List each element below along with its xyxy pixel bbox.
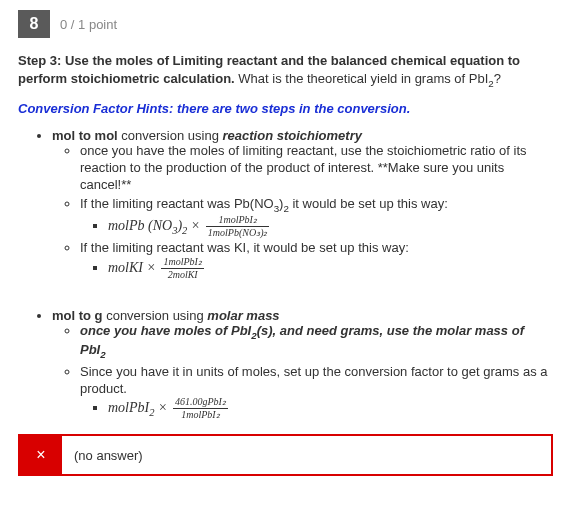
hints-list: mol to mol conversion using reaction sto…	[18, 128, 553, 280]
f1-den: 1molPb(NO₃)₂	[206, 227, 270, 238]
b1s2-formula-list: molPb (NO3)2 × 1molPbI₂1molPb(NO₃)₂	[80, 215, 553, 238]
bullet-mol-to-g: mol to g conversion using molar mass onc…	[52, 308, 553, 420]
formula-2: molKI × 1molPbI₂2molKI	[108, 257, 553, 280]
stem-rest: What is the theoretical yield in grams o…	[235, 71, 489, 86]
f1-lead: molPb (NO	[108, 218, 172, 233]
b2-sublist: once you have moles of PbI2(s), and need…	[52, 323, 553, 420]
b1s3: If the limiting reactant was KI, it woul…	[80, 240, 553, 280]
stem-tail: ?	[494, 71, 501, 86]
formula-1: molPb (NO3)2 × 1molPbI₂1molPb(NO₃)₂	[108, 215, 553, 238]
f3-times: ×	[154, 400, 170, 415]
b1-ital: reaction stoichiometry	[223, 128, 362, 143]
answer-text: (no answer)	[62, 436, 143, 474]
formula1-text: molPb (NO3)2 × 1molPbI₂1molPb(NO₃)₂	[108, 218, 271, 233]
b2s1-sub2: 2	[100, 349, 105, 360]
b2s1-a: once you have moles of PbI	[80, 323, 251, 338]
b1s2-c: it would be set up this way:	[289, 196, 448, 211]
b1-rest: conversion using	[118, 128, 223, 143]
question-number: 8	[18, 10, 50, 38]
bullet-mol-to-mol: mol to mol conversion using reaction sto…	[52, 128, 553, 280]
question-container: 8 0 / 1 point Step 3: Use the moles of L…	[0, 0, 571, 494]
formula2-text: molKI × 1molPbI₂2molKI	[108, 260, 206, 275]
b1s1: once you have the moles of limiting reac…	[80, 143, 553, 194]
b2s2-text: Since you have it in units of moles, set…	[80, 364, 548, 396]
answer-box: × (no answer)	[18, 434, 553, 476]
b2-ital: molar mass	[207, 308, 279, 323]
b1s2-a: If the limiting reactant was Pb(NO	[80, 196, 274, 211]
b2s2: Since you have it in units of moles, set…	[80, 364, 553, 421]
question-stem: Step 3: Use the moles of Limiting reacta…	[18, 52, 553, 89]
f1-times: ×	[187, 218, 203, 233]
f2-lead: molKI ×	[108, 260, 159, 275]
f3-den: 1molPbI₂	[173, 409, 228, 420]
formula3-text: molPbI2 × 461.00gPbI₂1molPbI₂	[108, 400, 230, 415]
b2-rest: conversion using	[103, 308, 208, 323]
f2-frac: 1molPbI₂2molKI	[161, 257, 203, 280]
b2s2-formula-list: molPbI2 × 461.00gPbI₂1molPbI₂	[80, 397, 553, 420]
points-earned: 0 / 1 point	[60, 17, 117, 32]
f1-frac: 1molPbI₂1molPb(NO₃)₂	[206, 215, 270, 238]
incorrect-icon: ×	[20, 436, 62, 474]
f3-lead: molPbI	[108, 400, 149, 415]
b2-lead: mol to g	[52, 308, 103, 323]
question-header: 8 0 / 1 point	[18, 10, 553, 38]
f2-num: 1molPbI₂	[161, 257, 203, 269]
b1-lead: mol to mol	[52, 128, 118, 143]
b1s3-formula-list: molKI × 1molPbI₂2molKI	[80, 257, 553, 280]
f3-frac: 461.00gPbI₂1molPbI₂	[173, 397, 228, 420]
hints-list-2: mol to g conversion using molar mass onc…	[18, 308, 553, 420]
b1s3-text: If the limiting reactant was KI, it woul…	[80, 240, 409, 255]
b1s2: If the limiting reactant was Pb(NO3)2 it…	[80, 196, 553, 238]
f3-num: 461.00gPbI₂	[173, 397, 228, 409]
hints-heading: Conversion Factor Hints: there are two s…	[18, 101, 553, 116]
formula-3: molPbI2 × 461.00gPbI₂1molPbI₂	[108, 397, 553, 420]
f2-den: 2molKI	[161, 269, 203, 280]
spacer	[18, 284, 553, 308]
b2s1: once you have moles of PbI2(s), and need…	[80, 323, 553, 362]
f1-num: 1molPbI₂	[206, 215, 270, 227]
b1-sublist: once you have the moles of limiting reac…	[52, 143, 553, 280]
